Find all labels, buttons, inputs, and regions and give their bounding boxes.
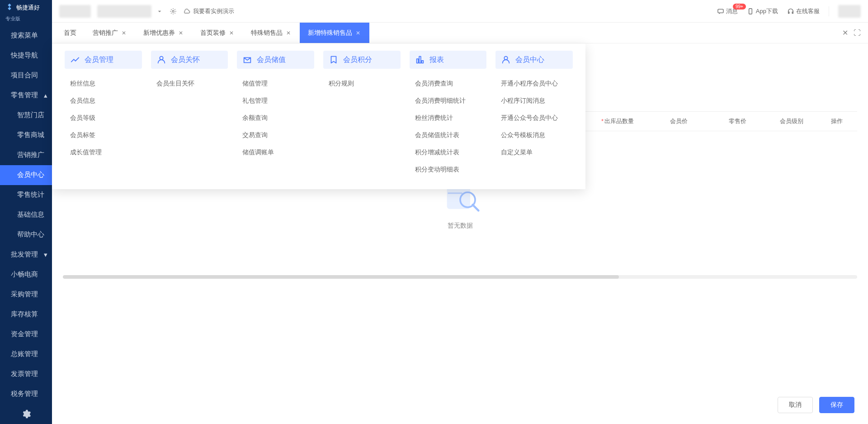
mega-column-header[interactable]: 会员关怀 — [151, 51, 228, 69]
sidebar-item-label: 发票管理 — [11, 370, 38, 378]
mega-link-5-1[interactable]: 小程序订阅消息 — [495, 92, 573, 110]
cloud-icon — [183, 8, 190, 15]
mega-column-title: 会员中心 — [515, 55, 544, 65]
mega-column-title: 会员储值 — [257, 55, 286, 65]
message-button[interactable]: 消息 99+ — [717, 7, 738, 15]
mega-link-2-4[interactable]: 储值调账单 — [237, 144, 314, 161]
sidebar-item-label: 零售商城 — [17, 131, 44, 139]
online-service-label: 在线客服 — [796, 7, 820, 15]
page-tabs: 首页营销推广✕新增优惠券✕首页装修✕特殊销售品✕新增特殊销售品✕ ✕ ⛶ — [52, 23, 868, 43]
category-icon — [329, 55, 339, 65]
mega-link-0-4[interactable]: 成长值管理 — [65, 144, 142, 161]
sidebar-item-15[interactable]: 资金管理 — [0, 324, 52, 344]
mega-link-1-0[interactable]: 会员生日关怀 — [151, 75, 228, 92]
sidebar-item-13[interactable]: 采购管理 — [0, 285, 52, 305]
mega-column-header[interactable]: 会员储值 — [237, 51, 314, 69]
close-icon[interactable]: ✕ — [178, 30, 184, 36]
scrollbar-thumb[interactable] — [63, 275, 619, 279]
sidebar-item-7[interactable]: 会员中心 — [0, 165, 52, 185]
svg-line-5 — [472, 205, 478, 211]
mega-link-4-4[interactable]: 积分增减统计表 — [410, 144, 487, 161]
close-icon[interactable]: ✕ — [228, 30, 235, 36]
tab-0[interactable]: 首页 — [56, 23, 85, 43]
mega-link-2-3[interactable]: 交易查询 — [237, 127, 314, 144]
mega-column-1: 会员关怀会员生日关怀 — [146, 51, 233, 178]
svg-rect-2 — [749, 9, 752, 14]
sidebar-settings[interactable] — [0, 404, 52, 424]
mega-link-0-2[interactable]: 会员等级 — [65, 110, 142, 127]
mega-link-0-1[interactable]: 会员信息 — [65, 92, 142, 110]
mega-link-2-1[interactable]: 礼包管理 — [237, 92, 314, 110]
close-icon[interactable]: ✕ — [355, 30, 361, 36]
mega-link-2-0[interactable]: 储值管理 — [237, 75, 314, 92]
online-service-button[interactable]: 在线客服 — [787, 7, 820, 15]
mega-link-5-3[interactable]: 公众号模板消息 — [495, 127, 573, 144]
mega-link-5-4[interactable]: 自定义菜单 — [495, 144, 573, 161]
mega-column-header[interactable]: 会员管理 — [65, 51, 142, 69]
member-center-mega-menu: 会员管理粉丝信息会员信息会员等级会员标签成长值管理会员关怀会员生日关怀会员储值储… — [52, 43, 585, 189]
table-header-2[interactable]: 会员价 — [649, 117, 708, 125]
sidebar-item-12[interactable]: 小畅电商 — [0, 265, 52, 285]
sidebar-item-5[interactable]: 零售商城 — [0, 125, 52, 145]
category-icon — [156, 55, 166, 65]
org-switcher[interactable] — [97, 5, 163, 18]
table-header-5[interactable]: 操作 — [816, 117, 857, 125]
sidebar-item-4[interactable]: 智慧门店 — [0, 105, 52, 125]
tab-4[interactable]: 特殊销售品✕ — [243, 23, 300, 43]
message-icon — [717, 8, 724, 15]
app-download-label: App下载 — [756, 7, 778, 15]
mega-column-header[interactable]: 会员积分 — [323, 51, 401, 69]
category-icon — [415, 55, 425, 65]
sidebar: 畅捷通好 专业版 搜索菜单快捷导航项目合同零售管理▴智慧门店零售商城营销推广会员… — [0, 0, 52, 424]
close-icon[interactable]: ✕ — [285, 30, 292, 36]
app-download-button[interactable]: App下载 — [747, 7, 778, 15]
svg-rect-1 — [718, 9, 723, 13]
sidebar-item-14[interactable]: 库存核算 — [0, 305, 52, 324]
mega-column-header[interactable]: 报表 — [410, 51, 487, 69]
mega-link-0-0[interactable]: 粉丝信息 — [65, 75, 142, 92]
sidebar-item-8[interactable]: 零售统计 — [0, 185, 52, 205]
sidebar-item-11[interactable]: 批发管理▾ — [0, 245, 52, 265]
table-header-4[interactable]: 会员级别 — [767, 117, 816, 125]
tab-3[interactable]: 首页装修✕ — [192, 23, 243, 43]
sidebar-item-label: 会员中心 — [17, 171, 44, 179]
mega-column-0: 会员管理粉丝信息会员信息会员等级会员标签成长值管理 — [60, 51, 146, 178]
sidebar-item-18[interactable]: 税务管理 — [0, 384, 52, 404]
tab-2[interactable]: 新增优惠券✕ — [135, 23, 192, 43]
table-header-1[interactable]: *出库品数量 — [586, 117, 649, 125]
mega-link-4-1[interactable]: 会员消费明细统计 — [410, 92, 487, 110]
settings-small-icon[interactable] — [170, 8, 177, 15]
mega-link-4-3[interactable]: 会员储值统计表 — [410, 127, 487, 144]
sidebar-item-6[interactable]: 营销推广 — [0, 145, 52, 165]
mega-link-4-0[interactable]: 会员消费查询 — [410, 75, 487, 92]
tab-1[interactable]: 营销推广✕ — [85, 23, 135, 43]
mega-link-0-3[interactable]: 会员标签 — [65, 127, 142, 144]
mega-column-header[interactable]: 会员中心 — [495, 51, 573, 69]
demo-link[interactable]: 我要看实例演示 — [183, 7, 234, 15]
sidebar-item-9[interactable]: 基础信息 — [0, 205, 52, 225]
mega-link-3-0[interactable]: 积分规则 — [323, 75, 401, 92]
sidebar-item-2[interactable]: 项目合同 — [0, 66, 52, 86]
close-icon[interactable]: ✕ — [121, 30, 127, 36]
table-header-3[interactable]: 零售价 — [708, 117, 767, 125]
sidebar-item-1[interactable]: 快捷导航 — [0, 46, 52, 66]
mega-link-4-2[interactable]: 粉丝消费统计 — [410, 110, 487, 127]
sidebar-item-0[interactable]: 搜索菜单 — [0, 26, 52, 46]
footer-actions: 取消 保存 — [778, 397, 854, 413]
horizontal-scrollbar[interactable] — [63, 275, 857, 279]
cancel-button[interactable]: 取消 — [778, 397, 813, 413]
mega-link-4-5[interactable]: 积分变动明细表 — [410, 161, 487, 178]
user-avatar-obscured[interactable] — [838, 5, 861, 18]
tab-close-all[interactable]: ✕ — [842, 29, 848, 37]
tab-5[interactable]: 新增特殊销售品✕ — [300, 23, 369, 43]
fullscreen-toggle[interactable]: ⛶ — [854, 29, 861, 37]
mega-link-5-0[interactable]: 开通小程序会员中心 — [495, 75, 573, 92]
mega-link-2-2[interactable]: 余额查询 — [237, 110, 314, 127]
sidebar-item-17[interactable]: 发票管理 — [0, 364, 52, 384]
save-button[interactable]: 保存 — [819, 397, 854, 413]
sidebar-item-16[interactable]: 总账管理 — [0, 344, 52, 364]
mega-link-5-2[interactable]: 开通公众号会员中心 — [495, 110, 573, 127]
sidebar-item-10[interactable]: 帮助中心 — [0, 225, 52, 245]
sidebar-item-3[interactable]: 零售管理▴ — [0, 86, 52, 105]
chevron-icon: ▴ — [44, 91, 47, 100]
